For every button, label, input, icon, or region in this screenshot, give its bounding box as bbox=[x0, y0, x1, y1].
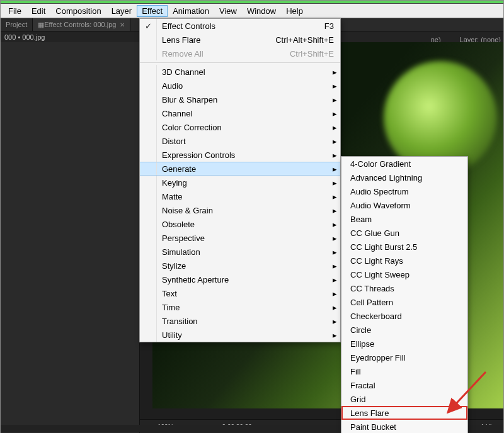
menu-item-label: Expression Controls bbox=[157, 150, 329, 160]
menu-item-label: Distort bbox=[157, 137, 329, 146]
chevron-right-icon: ▸ bbox=[329, 247, 340, 257]
menu-bar: FileEditCompositionLayerEffectAnimationV… bbox=[1, 4, 503, 18]
app-window: FileEditCompositionLayerEffectAnimationV… bbox=[0, 0, 504, 433]
chevron-right-icon: ▸ bbox=[329, 164, 340, 174]
menu-item-distort[interactable]: Distort▸ bbox=[140, 134, 340, 148]
menu-item-utility[interactable]: Utility▸ bbox=[140, 328, 340, 342]
menu-item-generate[interactable]: Generate▸ bbox=[140, 162, 340, 176]
menu-item-label: Blur & Sharpen bbox=[157, 95, 329, 104]
menu-view[interactable]: View bbox=[214, 5, 242, 17]
menu-window[interactable]: Window bbox=[242, 5, 281, 17]
menu-item-label: Channel bbox=[157, 109, 329, 118]
tab-effect-controls[interactable]: ▦ Effect Controls: 000.jpg ✕ bbox=[33, 18, 130, 31]
tab-label: Effect Controls: 000.jpg bbox=[44, 21, 116, 28]
menu-item-label: Stylize bbox=[157, 261, 329, 271]
submenu-item-audio-spectrum[interactable]: Audio Spectrum bbox=[341, 184, 467, 198]
effect-menu: ✓Effect ControlsF3Lens FlareCtrl+Alt+Shi… bbox=[139, 18, 341, 342]
submenu-item-lens-flare[interactable]: Lens Flare bbox=[341, 406, 467, 420]
chevron-right-icon: ▸ bbox=[329, 123, 340, 132]
menu-item-remove-all: Remove AllCtrl+Shift+E bbox=[140, 47, 340, 60]
menu-item-3d-channel[interactable]: 3D Channel▸ bbox=[140, 65, 340, 79]
menu-item-label: Lens Flare bbox=[157, 35, 275, 45]
layer-path: 000 • 000.jpg bbox=[4, 33, 45, 41]
menu-item-simulation[interactable]: Simulation▸ bbox=[140, 245, 340, 259]
submenu-item-grid[interactable]: Grid bbox=[341, 392, 467, 406]
menu-item-blur-sharpen[interactable]: Blur & Sharpen▸ bbox=[140, 93, 340, 106]
menu-item-transition[interactable]: Transition▸ bbox=[140, 314, 340, 328]
menu-item-label: Obsolete bbox=[157, 220, 329, 229]
menu-item-text[interactable]: Text▸ bbox=[140, 286, 340, 300]
submenu-item-circle[interactable]: Circle bbox=[341, 323, 467, 337]
submenu-item-cc-light-sweep[interactable]: CC Light Sweep bbox=[341, 267, 467, 281]
menu-layer[interactable]: Layer bbox=[106, 5, 137, 17]
menu-item-label: Color Correction bbox=[157, 123, 329, 132]
menu-item-channel[interactable]: Channel▸ bbox=[140, 106, 340, 120]
panel-icon: ▦ bbox=[38, 21, 44, 29]
menu-item-label: Remove All bbox=[157, 49, 290, 59]
shortcut: Ctrl+Alt+Shift+E bbox=[275, 35, 340, 45]
menu-help[interactable]: Help bbox=[281, 5, 308, 17]
menu-animation[interactable]: Animation bbox=[168, 5, 214, 17]
menu-item-expression-controls[interactable]: Expression Controls▸ bbox=[140, 148, 340, 162]
chevron-right-icon: ▸ bbox=[329, 220, 340, 229]
chevron-right-icon: ▸ bbox=[329, 275, 340, 284]
menu-item-label: Effect Controls bbox=[157, 21, 324, 31]
submenu-item-paint-bucket[interactable]: Paint Bucket bbox=[341, 420, 467, 433]
menu-item-effect-controls[interactable]: ✓Effect ControlsF3 bbox=[140, 19, 340, 33]
close-icon[interactable]: ✕ bbox=[120, 21, 125, 28]
submenu-item-cc-light-rays[interactable]: CC Light Rays bbox=[341, 254, 467, 267]
menu-edit[interactable]: Edit bbox=[26, 5, 50, 17]
menu-file[interactable]: File bbox=[3, 5, 26, 17]
submenu-item-fill[interactable]: Fill bbox=[341, 364, 467, 378]
chevron-right-icon: ▸ bbox=[329, 206, 340, 215]
submenu-item-cell-pattern[interactable]: Cell Pattern bbox=[341, 295, 467, 309]
chevron-right-icon: ▸ bbox=[329, 330, 340, 340]
menu-composition[interactable]: Composition bbox=[50, 5, 106, 17]
menu-item-label: Generate bbox=[157, 164, 329, 174]
chevron-right-icon: ▸ bbox=[329, 261, 340, 271]
menu-item-label: Audio bbox=[157, 81, 329, 91]
chevron-right-icon: ▸ bbox=[329, 317, 340, 326]
shortcut: F3 bbox=[324, 21, 340, 31]
tab-label: Project bbox=[6, 21, 27, 28]
submenu-item-audio-waveform[interactable]: Audio Waveform bbox=[341, 198, 467, 212]
menu-item-synthetic-aperture[interactable]: Synthetic Aperture▸ bbox=[140, 273, 340, 286]
chevron-right-icon: ▸ bbox=[329, 67, 340, 77]
submenu-item-advanced-lightning[interactable]: Advanced Lightning bbox=[341, 171, 467, 184]
menu-item-stylize[interactable]: Stylize▸ bbox=[140, 259, 340, 273]
menu-item-matte[interactable]: Matte▸ bbox=[140, 189, 340, 203]
separator bbox=[140, 62, 340, 63]
submenu-item-fractal[interactable]: Fractal bbox=[341, 378, 467, 392]
menu-item-label: Simulation bbox=[157, 247, 329, 257]
submenu-item-4-color-gradient[interactable]: 4-Color Gradient bbox=[341, 157, 467, 171]
menu-item-keying[interactable]: Keying▸ bbox=[140, 176, 340, 189]
submenu-item-cc-light-burst-2-5[interactable]: CC Light Burst 2.5 bbox=[341, 240, 467, 254]
menu-item-color-correction[interactable]: Color Correction▸ bbox=[140, 120, 340, 134]
chevron-right-icon: ▸ bbox=[329, 303, 340, 312]
menu-item-label: Matte bbox=[157, 192, 329, 201]
menu-item-label: Time bbox=[157, 303, 329, 312]
submenu-item-beam[interactable]: Beam bbox=[341, 212, 467, 226]
menu-item-label: 3D Channel bbox=[157, 67, 329, 77]
generate-submenu: 4-Color GradientAdvanced LightningAudio … bbox=[341, 156, 468, 433]
shortcut: Ctrl+Shift+E bbox=[290, 49, 340, 59]
submenu-item-eyedropper-fill[interactable]: Eyedropper Fill bbox=[341, 351, 467, 364]
chevron-right-icon: ▸ bbox=[329, 289, 340, 298]
tab-project[interactable]: Project bbox=[1, 18, 33, 31]
submenu-item-cc-threads[interactable]: CC Threads bbox=[341, 281, 467, 295]
menu-item-obsolete[interactable]: Obsolete▸ bbox=[140, 217, 340, 231]
submenu-item-cc-glue-gun[interactable]: CC Glue Gun bbox=[341, 226, 467, 240]
submenu-item-checkerboard[interactable]: Checkerboard bbox=[341, 309, 467, 323]
submenu-item-ellipse[interactable]: Ellipse bbox=[341, 337, 467, 351]
menu-item-label: Noise & Grain bbox=[157, 206, 329, 215]
menu-item-perspective[interactable]: Perspective▸ bbox=[140, 231, 340, 245]
menu-effect[interactable]: Effect bbox=[137, 5, 168, 17]
menu-item-noise-grain[interactable]: Noise & Grain▸ bbox=[140, 203, 340, 217]
menu-item-audio[interactable]: Audio▸ bbox=[140, 79, 340, 93]
menu-item-lens-flare[interactable]: Lens FlareCtrl+Alt+Shift+E bbox=[140, 33, 340, 47]
check-icon: ✓ bbox=[145, 21, 152, 31]
menu-item-label: Perspective bbox=[157, 233, 329, 243]
chevron-right-icon: ▸ bbox=[329, 95, 340, 104]
menu-item-time[interactable]: Time▸ bbox=[140, 300, 340, 314]
menu-item-label: Synthetic Aperture bbox=[157, 275, 329, 284]
